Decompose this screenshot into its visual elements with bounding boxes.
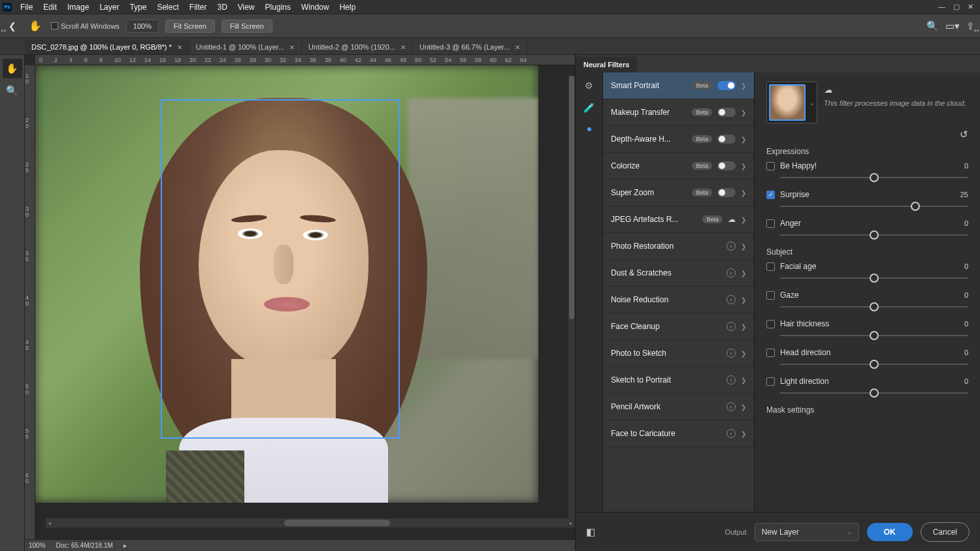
info-icon[interactable]: i — [727, 429, 736, 438]
filter-toggle[interactable] — [717, 108, 736, 117]
scroll-all-windows-checkbox[interactable]: Scroll All Windows — [51, 22, 120, 30]
filter-row[interactable]: Depth-Aware H...Beta❯ — [603, 126, 754, 153]
menu-type[interactable]: Type — [125, 1, 151, 14]
beta-badge: Beta — [692, 162, 712, 170]
expand-left-icon[interactable]: ▸▸ — [1, 27, 7, 33]
param-slider[interactable] — [780, 173, 968, 182]
beaker-icon[interactable]: 🧪 — [583, 102, 595, 113]
param-slider[interactable] — [780, 331, 968, 340]
param-checkbox[interactable] — [766, 349, 775, 357]
info-icon[interactable]: i — [727, 349, 736, 358]
document-tab[interactable]: Untitled-2 @ 100% (1920...✕ — [302, 40, 413, 54]
param-slider[interactable] — [780, 202, 968, 211]
canvas[interactable]: ◂ ▸ — [35, 65, 575, 539]
fill-screen-button[interactable]: Fill Screen — [221, 20, 272, 33]
workspace-switcher-icon[interactable]: ▭▾ — [945, 20, 960, 32]
ok-button[interactable]: OK — [867, 523, 913, 541]
filter-row[interactable]: Face to Caricaturei❯ — [603, 420, 754, 447]
filter-row[interactable]: Noise Reductioni❯ — [603, 287, 754, 313]
fit-screen-button[interactable]: Fit Screen — [165, 20, 215, 33]
vertical-scrollbar[interactable] — [568, 76, 575, 518]
zoom-display[interactable]: 100% — [126, 20, 159, 33]
expand-right-icon[interactable]: ◂◂ — [973, 27, 979, 33]
param-checkbox[interactable] — [766, 377, 775, 386]
reset-icon[interactable]: ↺ — [960, 129, 968, 140]
close-tab-icon[interactable]: ✕ — [177, 44, 182, 51]
filter-row[interactable]: ColorizeBeta❯ — [603, 153, 754, 180]
param-slider[interactable] — [780, 302, 968, 311]
beta-badge: Beta — [702, 215, 723, 223]
param-slider[interactable] — [780, 388, 968, 398]
hand-tool-icon[interactable]: ✋ — [29, 20, 42, 32]
filter-row[interactable]: Sketch to Portraiti❯ — [603, 367, 754, 394]
cloud-download-icon[interactable]: ☁ — [728, 215, 736, 224]
menu-3d[interactable]: 3D — [212, 1, 231, 14]
filter-name: Photo to Sketch — [611, 349, 721, 358]
filter-row[interactable]: Super ZoomBeta❯ — [603, 180, 754, 206]
horizontal-scrollbar[interactable]: ◂ ▸ — [46, 518, 575, 527]
filter-toggle[interactable] — [717, 161, 736, 170]
menu-filter[interactable]: Filter — [185, 1, 212, 14]
filter-toggle[interactable] — [717, 188, 736, 197]
info-icon[interactable]: i — [727, 295, 736, 304]
menu-layer[interactable]: Layer — [95, 1, 123, 14]
maximize-button[interactable]: ▢ — [953, 3, 960, 11]
param-checkbox[interactable] — [766, 162, 775, 170]
hand-tool[interactable]: ✋ — [3, 59, 22, 78]
close-tab-icon[interactable]: ✕ — [289, 44, 295, 51]
filter-row[interactable]: Face Cleanupi❯ — [603, 313, 754, 340]
filter-toggle[interactable] — [717, 81, 736, 90]
document-tab[interactable]: Untitled-1 @ 100% (Layer...✕ — [189, 40, 302, 54]
close-tab-icon[interactable]: ✕ — [400, 44, 406, 51]
filter-row[interactable]: Photo Restorationi❯ — [603, 233, 754, 260]
menu-view[interactable]: View — [233, 1, 259, 14]
filter-row[interactable]: Photo to Sketchi❯ — [603, 340, 754, 367]
menu-image[interactable]: Image — [63, 1, 93, 14]
filter-name: Colorize — [611, 161, 687, 170]
info-icon[interactable]: i — [727, 242, 736, 251]
back-button[interactable]: ❮ — [5, 19, 20, 33]
section-mask: Mask settings — [766, 405, 968, 415]
document-tab[interactable]: DSC_0278.jpg @ 100% (Layer 0, RGB/8*) *✕ — [25, 40, 189, 54]
layer-preview-icon[interactable]: ◧ — [586, 526, 595, 538]
zoom-tool[interactable]: 🔍 — [3, 81, 22, 101]
param-checkbox[interactable] — [766, 262, 775, 271]
menu-select[interactable]: Select — [152, 1, 183, 14]
menu-window[interactable]: Window — [297, 1, 334, 14]
param-slider[interactable] — [780, 274, 968, 283]
menu-file[interactable]: File — [16, 1, 37, 14]
param-checkbox[interactable] — [766, 219, 775, 228]
close-tab-icon[interactable]: ✕ — [515, 44, 520, 51]
close-window-button[interactable]: ✕ — [968, 3, 973, 11]
info-icon[interactable]: i — [727, 375, 736, 385]
info-icon[interactable]: i — [727, 402, 736, 411]
status-zoom[interactable]: 100% — [29, 542, 46, 549]
param-checkbox[interactable] — [766, 291, 775, 300]
filter-name: JPEG Artefacts R... — [611, 215, 697, 224]
filter-row[interactable]: Smart PortraitBeta❯ — [603, 72, 754, 99]
face-picker[interactable]: ⌄ — [766, 82, 817, 123]
neural-filters-tab[interactable]: Neural Filters — [576, 57, 637, 72]
param-checkbox[interactable] — [766, 320, 775, 328]
param-checkbox[interactable]: ✓ — [766, 191, 775, 199]
output-select[interactable]: New Layer ⌄ — [755, 523, 859, 541]
filter-row[interactable]: Pencil Artworki❯ — [603, 394, 754, 420]
filter-row[interactable]: Makeup TransferBeta❯ — [603, 99, 754, 126]
cancel-button[interactable]: Cancel — [921, 522, 970, 542]
sliders-icon[interactable]: ⚙ — [585, 80, 593, 91]
status-arrow-icon[interactable]: ▸ — [123, 542, 127, 549]
menu-help[interactable]: Help — [335, 1, 361, 14]
info-icon[interactable]: i — [727, 268, 736, 277]
filter-row[interactable]: Dust & Scratchesi❯ — [603, 260, 754, 287]
menu-edit[interactable]: Edit — [39, 1, 61, 14]
param-slider[interactable] — [780, 230, 968, 240]
filter-toggle[interactable] — [717, 134, 736, 144]
chevron-right-icon: ❯ — [741, 377, 746, 384]
info-icon[interactable]: i — [727, 322, 736, 331]
param-slider[interactable] — [780, 360, 968, 369]
filter-row[interactable]: JPEG Artefacts R...Beta☁❯ — [603, 206, 754, 233]
document-tab[interactable]: Untitled-3 @ 66.7% (Layer...✕ — [413, 40, 527, 54]
search-icon[interactable]: 🔍 — [926, 20, 939, 32]
menu-plugins[interactable]: Plugins — [261, 1, 295, 14]
minimize-button[interactable]: — — [938, 3, 945, 11]
